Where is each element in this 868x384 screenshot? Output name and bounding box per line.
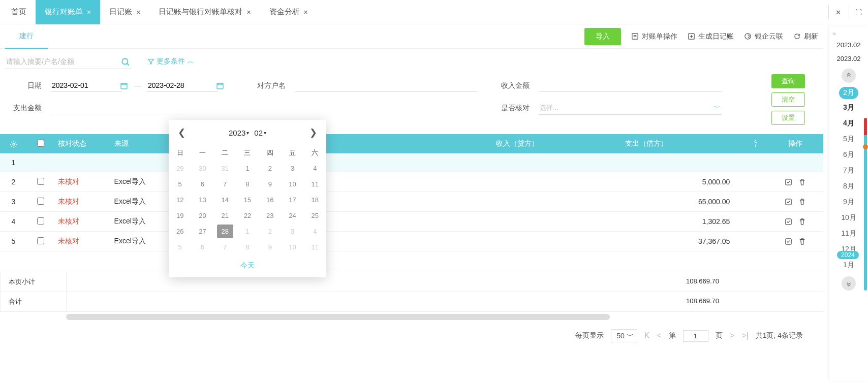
dp-year-select[interactable]: 2023▾ (229, 129, 249, 137)
dp-day[interactable]: 27 (191, 223, 213, 239)
dp-day-next[interactable]: 11 (304, 239, 326, 255)
date-from-input[interactable] (51, 79, 122, 92)
dp-day[interactable]: 11 (304, 176, 326, 192)
dp-day-next[interactable]: 3 (281, 223, 303, 239)
col-gear[interactable] (0, 134, 27, 153)
row-check-icon[interactable] (785, 178, 792, 186)
matched-select[interactable]: 选择... ﹀ (539, 101, 722, 115)
fullscreen-icon[interactable]: ⛶ (849, 5, 863, 19)
table-row[interactable]: 5未核对Excel导入37,367.05 (0, 232, 823, 251)
bill-ops-button[interactable]: 对账单操作 (631, 32, 677, 41)
import-button[interactable]: 导入 (584, 28, 621, 45)
dp-day[interactable]: 28 (217, 225, 233, 238)
more-filters-toggle[interactable]: 更多条件 ︿ (147, 57, 194, 66)
dp-day-prev[interactable]: 30 (191, 161, 213, 176)
row-checkbox[interactable] (37, 217, 44, 225)
month-9月[interactable]: 9月 (840, 195, 857, 209)
tab-home[interactable]: 首页 (2, 0, 36, 24)
horizontal-scrollbar[interactable] (66, 314, 610, 320)
date-to-input[interactable] (147, 79, 218, 92)
table-row[interactable]: 2未核对Excel导入5,000.00 (0, 172, 823, 192)
dp-day[interactable]: 18 (304, 192, 326, 208)
dp-day[interactable]: 23 (259, 208, 281, 223)
dp-day[interactable]: 5 (169, 176, 191, 192)
refresh-button[interactable]: 刷新 (793, 32, 818, 41)
settings-button[interactable]: 设置 (771, 111, 805, 125)
bank-link-button[interactable]: 银企云联 (744, 32, 783, 41)
dp-day[interactable]: 25 (304, 208, 326, 223)
dp-day[interactable]: 24 (281, 208, 303, 223)
page-next-button[interactable]: > (730, 331, 734, 340)
month-6月[interactable]: 6月 (840, 148, 857, 162)
dp-day-next[interactable]: 10 (281, 239, 303, 255)
row-delete-icon[interactable] (798, 178, 806, 186)
scroll-down-icon[interactable] (842, 276, 856, 291)
dp-day-next[interactable]: 2 (259, 223, 281, 239)
dp-day[interactable]: 4 (304, 161, 326, 176)
party-input[interactable] (295, 79, 478, 92)
page-first-button[interactable]: K (644, 331, 650, 340)
month-10月[interactable]: 10月 (838, 211, 859, 225)
scroll-up-icon[interactable] (842, 69, 856, 83)
dp-day[interactable]: 9 (259, 176, 281, 192)
close-icon[interactable]: × (136, 8, 140, 16)
row-checkbox[interactable] (37, 237, 44, 244)
table-row[interactable]: 4未核对Excel导入1,302.65 (0, 212, 823, 232)
month-8月[interactable]: 8月 (840, 179, 857, 194)
dp-prev-button[interactable]: ❮ (178, 127, 185, 138)
month-2月[interactable]: 2月 (839, 87, 858, 99)
dp-day[interactable]: 19 (169, 208, 191, 223)
search-icon[interactable] (121, 57, 130, 67)
dp-day[interactable]: 12 (169, 192, 191, 208)
dp-next-button[interactable]: ❯ (309, 127, 317, 138)
tab-reconcile[interactable]: 日记账与银行对账单核对 × (149, 0, 260, 24)
period-scrollbar[interactable] (864, 118, 867, 291)
row-checkbox[interactable] (37, 198, 44, 205)
month-1月[interactable]: 1月 (840, 258, 857, 272)
gen-journal-button[interactable]: 生成日记账 (688, 32, 734, 41)
row-delete-icon[interactable] (798, 237, 806, 246)
dp-day[interactable]: 1 (236, 161, 259, 176)
dp-day[interactable]: 14 (214, 192, 236, 208)
dp-day-next[interactable]: 4 (304, 223, 326, 239)
row-checkbox[interactable] (37, 178, 44, 185)
row-check-icon[interactable] (785, 237, 792, 246)
month-4月[interactable]: 4月 (840, 116, 857, 131)
row-check-icon[interactable] (785, 217, 792, 226)
income-input[interactable] (539, 79, 722, 92)
table-row[interactable]: 3未核对Excel导入圳联宝小精品有限责任公司65,000.00 (0, 192, 823, 212)
month-11月[interactable]: 11月 (838, 227, 859, 241)
tab-bank-statement[interactable]: 银行对账单 × (36, 0, 100, 24)
dp-day-next[interactable]: 7 (214, 239, 236, 255)
row-delete-icon[interactable] (798, 217, 806, 226)
dp-day[interactable]: 21 (214, 208, 236, 223)
dp-day[interactable]: 22 (236, 208, 259, 223)
query-button[interactable]: 查询 (771, 74, 805, 88)
dp-day[interactable]: 15 (236, 192, 259, 208)
month-7月[interactable]: 7月 (840, 164, 857, 178)
search-input[interactable] (5, 54, 132, 69)
month-3月[interactable]: 3月 (840, 101, 857, 115)
dp-month-select[interactable]: 02▾ (254, 129, 266, 137)
dp-day[interactable]: 6 (191, 176, 213, 192)
tab-journal[interactable]: 日记账 × (100, 0, 149, 24)
expense-input[interactable] (51, 102, 224, 114)
dp-day[interactable]: 10 (281, 176, 303, 192)
close-icon[interactable]: × (246, 8, 251, 16)
dp-day-next[interactable]: 1 (236, 223, 259, 239)
col-check-all[interactable] (27, 134, 54, 153)
clear-button[interactable]: 清空 (771, 92, 805, 107)
per-page-select[interactable]: 50 ﹀ (611, 329, 637, 342)
calendar-icon[interactable] (216, 81, 224, 90)
month-5月[interactable]: 5月 (840, 132, 857, 146)
dp-day-next[interactable]: 5 (169, 239, 191, 255)
row-delete-icon[interactable] (798, 198, 806, 206)
dp-day[interactable]: 8 (236, 176, 259, 192)
dp-today-button[interactable]: 今天 (169, 255, 326, 272)
dp-day-next[interactable]: 9 (259, 239, 281, 255)
close-icon[interactable]: × (304, 8, 308, 16)
page-last-button[interactable]: >| (741, 331, 749, 340)
page-input[interactable] (683, 330, 708, 342)
check-all[interactable] (37, 140, 44, 147)
dp-day[interactable]: 26 (169, 223, 191, 239)
